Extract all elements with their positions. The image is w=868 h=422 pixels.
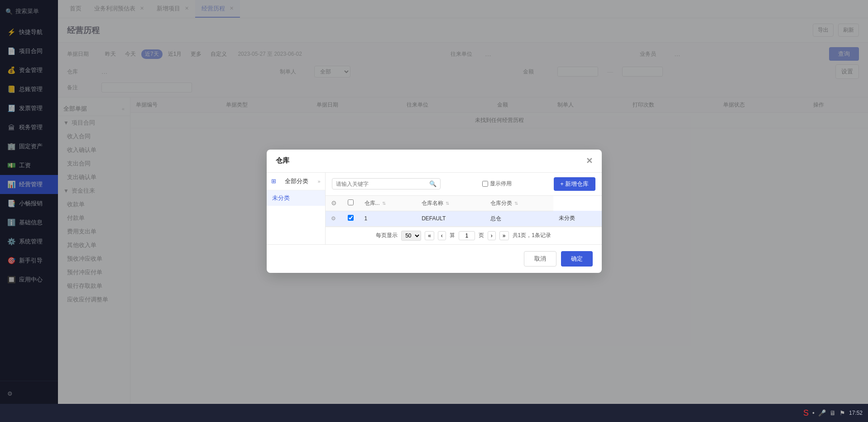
row-settings-icon[interactable]: ⚙ xyxy=(331,215,336,222)
row-checkbox[interactable] xyxy=(348,215,354,221)
search-icon: 🔍 xyxy=(429,180,436,187)
category-col-header: 仓库分类 ⇅ xyxy=(485,196,553,211)
modal-title: 仓库 xyxy=(276,156,289,165)
show-disabled-checkbox-label[interactable]: 显示停用 xyxy=(482,180,512,188)
name-col-header: 仓库名称 ⇅ xyxy=(416,196,484,211)
taskbar: S • 🎤 🖥 ⚑ 17:52 xyxy=(0,404,868,422)
modal-body: ⊞ 全部分类 » 未分类 🔍 显示停用 xyxy=(267,173,602,244)
expand-icon: » xyxy=(317,179,320,184)
modal-footer-row: 每页显示 50 « ‹ 算 页 › » 共1页，1条记录 xyxy=(326,227,602,244)
modal-actions: 取消 确定 xyxy=(267,244,602,273)
modal-page-text: 页 xyxy=(479,232,484,239)
row-code-cell: DEFAULT xyxy=(416,211,484,226)
modal-next-page-btn[interactable]: › xyxy=(488,231,496,240)
modal-header: 仓库 ✕ xyxy=(267,150,602,173)
code-col-header: 仓库... ⇅ xyxy=(359,196,417,211)
settings-col-header: ⚙ xyxy=(326,196,342,211)
modal-first-page-btn[interactable]: « xyxy=(425,231,434,240)
modal-toolbar: 🔍 显示停用 + 新增仓库 xyxy=(326,173,602,196)
modal-page-input[interactable] xyxy=(459,231,475,240)
modal-prev-page-btn[interactable]: ‹ xyxy=(438,231,446,240)
modal-table-row[interactable]: ⚙ 1 DEFAULT 总仓 未分类 xyxy=(326,211,602,226)
row-settings-cell: ⚙ xyxy=(326,211,342,226)
taskbar-icon-flag: ⚑ xyxy=(839,409,845,417)
row-checkbox-cell xyxy=(342,211,359,226)
cancel-button[interactable]: 取消 xyxy=(524,251,556,267)
modal-last-page-btn[interactable]: » xyxy=(499,231,509,240)
modal-overlay: 仓库 ✕ ⊞ 全部分类 » 未分类 🔍 xyxy=(0,0,868,422)
name-sort-icon[interactable]: ⇅ xyxy=(446,201,449,206)
row-id-cell: 1 xyxy=(359,211,417,226)
taskbar-icon-s: S xyxy=(803,408,809,418)
modal-search-box[interactable]: 🔍 xyxy=(332,178,441,189)
taskbar-icon-screen: 🖥 xyxy=(830,409,836,417)
row-name-cell: 总仓 xyxy=(485,211,553,226)
add-warehouse-button[interactable]: + 新增仓库 xyxy=(554,177,595,191)
code-sort-icon[interactable]: ⇅ xyxy=(382,201,386,206)
modal-close-button[interactable]: ✕ xyxy=(586,156,593,166)
show-disabled-checkbox[interactable] xyxy=(482,181,488,187)
category-sort-icon[interactable]: ⇅ xyxy=(514,201,518,206)
modal-table-wrap: ⚙ 仓库... ⇅ 仓库名称 xyxy=(326,196,602,227)
select-all-checkbox[interactable] xyxy=(348,199,354,205)
modal-table: ⚙ 仓库... ⇅ 仓库名称 xyxy=(326,196,602,227)
grid-icon: ⊞ xyxy=(271,178,276,184)
column-settings-icon[interactable]: ⚙ xyxy=(331,199,337,207)
row-category-cell: 未分类 xyxy=(553,211,602,226)
taskbar-icon-mic: 🎤 xyxy=(818,409,826,417)
taskbar-icons: S • 🎤 🖥 ⚑ xyxy=(803,408,845,418)
modal-main: 🔍 显示停用 + 新增仓库 ⚙ xyxy=(326,173,602,244)
modal-sidebar-all-label[interactable]: ⊞ 全部分类 » xyxy=(267,173,325,190)
warehouse-modal: 仓库 ✕ ⊞ 全部分类 » 未分类 🔍 xyxy=(267,150,602,273)
modal-page-label: 算 xyxy=(450,232,455,239)
modal-page-size-select[interactable]: 50 xyxy=(401,231,421,241)
modal-page-size-label: 每页显示 xyxy=(376,232,398,239)
modal-search-input[interactable] xyxy=(336,181,427,187)
modal-sidebar-uncategorized[interactable]: 未分类 xyxy=(267,190,325,206)
taskbar-icon-dot: • xyxy=(812,409,815,417)
confirm-button[interactable]: 确定 xyxy=(561,251,593,267)
taskbar-time: 17:52 xyxy=(849,410,863,416)
checkbox-col-header xyxy=(342,196,359,211)
modal-sidebar: ⊞ 全部分类 » 未分类 xyxy=(267,173,326,244)
modal-total-info: 共1页，1条记录 xyxy=(513,232,551,239)
